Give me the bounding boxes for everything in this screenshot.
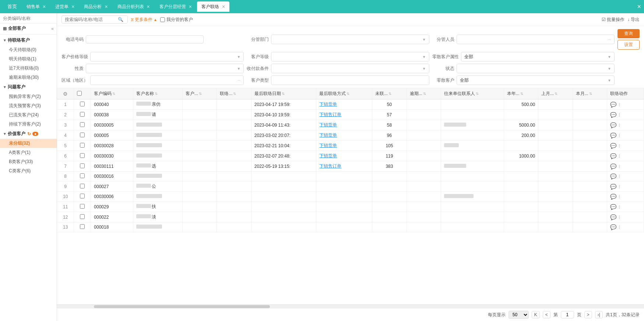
per-page-select[interactable]: 50 20 100 xyxy=(508,311,529,319)
batch-ops-btn[interactable]: ☑ 批量操作 xyxy=(602,17,624,23)
col-last-method[interactable]: 最后联络方式⇅ xyxy=(316,88,372,99)
message-icon[interactable]: 💬 xyxy=(610,133,616,138)
export-btn[interactable]: ↓ 导出 xyxy=(627,17,640,23)
message-icon[interactable]: 💬 xyxy=(610,102,616,107)
col-this-year[interactable]: 本年...⇅ xyxy=(504,88,538,99)
row-checkbox[interactable] xyxy=(74,161,91,172)
col-last-month[interactable]: 上月...⇅ xyxy=(538,88,573,99)
last-page-btn[interactable]: ›| xyxy=(595,311,603,318)
method-link[interactable]: 下销售订单 xyxy=(319,163,341,169)
grid-action-icon[interactable]: ⁝ xyxy=(619,194,620,200)
problem-customers-group[interactable]: ▼ 问题客户 xyxy=(0,82,57,92)
payment-select[interactable]: ▼ xyxy=(271,64,429,73)
close-tab-analysis[interactable]: × xyxy=(105,4,108,10)
col-last-date[interactable]: 最后联络日期⇅ xyxy=(251,88,316,99)
top-close-btn[interactable]: × xyxy=(637,3,641,11)
nature-select[interactable]: ▼ xyxy=(86,64,244,73)
message-icon[interactable]: 💬 xyxy=(610,204,616,210)
today-pending[interactable]: 今天待联络(0) xyxy=(0,45,57,54)
col-contact[interactable]: 联络...⇅ xyxy=(217,88,251,99)
next-page-btn[interactable]: > xyxy=(584,311,592,318)
col-associate[interactable]: 往来单位联系人⇅ xyxy=(441,88,504,99)
col-this-month[interactable]: 本月...⇅ xyxy=(573,88,607,99)
row-checkbox[interactable] xyxy=(74,172,91,181)
churn-warning[interactable]: 流失预警客户(3) xyxy=(0,101,57,110)
nav-tab-customer-contact[interactable]: 客户联络 × xyxy=(197,1,229,12)
dept-select[interactable]: ▼ xyxy=(271,35,429,44)
nav-tab-sales[interactable]: 销售单 × xyxy=(22,1,50,12)
message-icon[interactable]: 💬 xyxy=(610,224,616,230)
row-checkbox[interactable] xyxy=(74,222,91,232)
grid-action-icon[interactable]: ⁝ xyxy=(619,122,620,128)
col-name[interactable]: 客户名称⇅ xyxy=(133,88,182,99)
sidebar-search-input[interactable] xyxy=(3,16,57,21)
week-pending[interactable]: 近7天待联络(0) xyxy=(0,64,57,73)
row-checkbox[interactable] xyxy=(74,99,91,110)
grid-action-icon[interactable]: ⁝ xyxy=(619,112,620,118)
close-tab-sales[interactable]: × xyxy=(43,4,46,10)
nav-tab-analysis[interactable]: 商品分析 × xyxy=(80,1,112,12)
method-link[interactable]: 下销货单 xyxy=(319,153,337,158)
row-checkbox[interactable] xyxy=(74,181,91,192)
grid-action-icon[interactable]: ⁝ xyxy=(619,143,620,149)
sidebar-collapse-btn[interactable]: « xyxy=(51,26,54,31)
method-link[interactable]: 下销售订单 xyxy=(319,112,341,117)
churned[interactable]: 已流失客户(24) xyxy=(0,110,57,120)
grid-action-icon[interactable]: ⁝ xyxy=(619,224,620,230)
message-icon[interactable]: 💬 xyxy=(610,143,616,149)
row-checkbox[interactable] xyxy=(74,141,91,151)
page-input[interactable] xyxy=(561,311,574,318)
select-all-checkbox[interactable] xyxy=(77,91,82,96)
refresh-icon[interactable]: ↻ xyxy=(27,131,31,137)
col-unlisted[interactable]: 未联...⇅ xyxy=(372,88,407,99)
my-customers-checkbox[interactable] xyxy=(160,17,165,22)
grid-action-icon[interactable]: ⁝ xyxy=(619,163,620,169)
filter-search-box[interactable]: 🔍 xyxy=(61,15,128,24)
message-icon[interactable]: 💬 xyxy=(610,214,616,220)
row-checkbox[interactable] xyxy=(74,192,91,202)
col-code[interactable]: 客户编码⇅ xyxy=(91,88,133,99)
method-link[interactable]: 下销货单 xyxy=(319,143,337,148)
close-tab-customer-mgmt[interactable]: × xyxy=(189,4,192,10)
reset-btn[interactable]: 设置 xyxy=(617,40,640,50)
filter-search-input[interactable] xyxy=(65,17,116,22)
close-tab-customer-contact[interactable]: × xyxy=(222,4,225,10)
class-a[interactable]: A类客户(1) xyxy=(0,148,57,157)
row-checkbox[interactable] xyxy=(74,120,91,130)
price-level-select[interactable]: ▼ xyxy=(90,52,244,61)
col-customer[interactable]: 客户...⇅ xyxy=(182,88,217,99)
retail-attr-select[interactable]: 全部 ▼ xyxy=(461,52,615,61)
method-link[interactable]: 下销货单 xyxy=(319,122,337,127)
method-link[interactable]: 下销货单 xyxy=(319,102,337,107)
more-conditions-btn[interactable]: ⧖ 更多条件 ▲ xyxy=(131,17,157,23)
col-settings[interactable]: ⚙ xyxy=(57,88,74,99)
message-icon[interactable]: 💬 xyxy=(610,163,616,169)
cust-type-select[interactable] xyxy=(271,75,429,85)
message-icon[interactable]: 💬 xyxy=(610,184,616,190)
row-checkbox[interactable] xyxy=(74,151,91,161)
message-icon[interactable]: 💬 xyxy=(610,173,616,179)
row-checkbox[interactable] xyxy=(74,202,91,212)
region-select[interactable]: ··· xyxy=(90,75,244,85)
value-customers-group[interactable]: ▼ 价值客户 ↻ ● xyxy=(0,129,57,139)
message-icon[interactable]: 💬 xyxy=(610,122,616,128)
grid-action-icon[interactable]: ⁝ xyxy=(619,184,620,190)
close-tab-analysis-list[interactable]: × xyxy=(147,4,150,10)
col-checkbox[interactable] xyxy=(74,88,91,99)
method-link[interactable]: 下销货单 xyxy=(319,133,337,138)
prev-page-btn[interactable]: < xyxy=(543,311,550,318)
scroll-thumb[interactable] xyxy=(94,305,270,308)
close-tab-purchase[interactable]: × xyxy=(71,4,74,10)
row-checkbox[interactable] xyxy=(74,212,91,222)
all-customers-header[interactable]: ⊞ 全部客户 « xyxy=(0,24,57,33)
message-icon[interactable]: 💬 xyxy=(610,194,616,200)
declining[interactable]: 持续下滑客户(2) xyxy=(0,120,57,129)
filter-search-icon[interactable]: 🔍 xyxy=(118,17,123,22)
nav-tab-customer-mgmt[interactable]: 客户分层经营 × xyxy=(155,1,196,12)
grid-action-icon[interactable]: ⁝ xyxy=(619,173,620,179)
col-overdue[interactable]: 逾期...⇅ xyxy=(407,88,441,99)
pending-contact-group[interactable]: ▼ 待联络客户 xyxy=(0,35,57,45)
horizontal-scrollbar[interactable] xyxy=(57,304,644,308)
nav-tab-analysis-list[interactable]: 商品分析列表 × xyxy=(113,1,154,12)
ungroup[interactable]: 未分组(32) xyxy=(0,139,57,148)
